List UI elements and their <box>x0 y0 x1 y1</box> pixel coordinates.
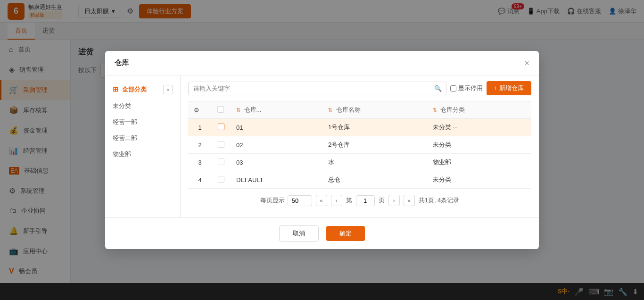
table-panel: 🔍 显示停用 + 新增仓库 ⚙ <box>181 75 539 217</box>
cell-category: 未分类 <box>427 171 532 189</box>
sort-icon-code: ⇅ <box>236 107 240 113</box>
th-check <box>212 101 231 119</box>
cell-category: 未分类 <box>427 136 532 154</box>
table-row[interactable]: 3 03 水 物业部 <box>188 154 531 171</box>
sort-icon-name: ⇅ <box>328 107 332 113</box>
cell-index: 2 <box>188 136 212 154</box>
last-page-btn[interactable]: » <box>404 195 415 206</box>
row-checkbox[interactable] <box>218 176 224 183</box>
page-size-area: 每页显示 50 10 20 100 <box>260 195 312 206</box>
category-item-operations2[interactable]: 经营二部 <box>105 130 180 146</box>
th-name[interactable]: ⇅ 仓库名称 <box>322 101 427 119</box>
add-warehouse-btn[interactable]: + 新增仓库 <box>487 81 531 95</box>
th-category[interactable]: ⇅ 仓库分类 <box>427 101 532 119</box>
cell-code: DEFAULT <box>231 171 322 189</box>
search-wrapper: 🔍 <box>188 82 446 95</box>
grid-icon: ⊞ <box>113 85 118 93</box>
cell-index: 3 <box>188 154 212 171</box>
cell-code: 01 <box>231 119 322 136</box>
cell-index: 4 <box>188 171 212 189</box>
cell-check[interactable] <box>212 136 231 154</box>
modal-overlay: 仓库 × ⊞ 全部分类 « 未分类 经营一部 经营二部 物业部 <box>0 0 644 300</box>
warehouse-table: ⚙ ⇅ 仓库... ⇅ 仓库名称 <box>188 101 531 189</box>
cell-category: 物业部 <box>427 154 532 171</box>
search-icon[interactable]: 🔍 <box>434 85 442 92</box>
cell-check[interactable] <box>212 119 231 136</box>
category-panel: ⊞ 全部分类 « 未分类 经营一部 经营二部 物业部 <box>105 75 181 217</box>
search-input[interactable] <box>188 82 446 95</box>
cell-name: 1号仓库 <box>322 119 427 136</box>
category-item-unclassified[interactable]: 未分类 <box>105 98 180 114</box>
next-page-btn[interactable]: › <box>388 195 400 206</box>
warehouse-modal: 仓库 × ⊞ 全部分类 « 未分类 经营一部 经营二部 物业部 <box>105 51 539 249</box>
pagination: 每页显示 50 10 20 100 « ‹ 第 页 › » <box>188 189 531 212</box>
sort-icon-category: ⇅ <box>433 107 437 113</box>
modal-footer: 取消 确定 <box>105 217 539 249</box>
page-label: 第 <box>346 196 352 205</box>
cell-name: 水 <box>322 154 427 171</box>
th-code[interactable]: ⇅ 仓库... <box>231 101 322 119</box>
modal-header: 仓库 × <box>105 51 539 75</box>
category-all[interactable]: ⊞ 全部分类 « <box>105 81 180 98</box>
prev-page-btn[interactable]: ‹ <box>331 195 342 206</box>
category-item-operations1[interactable]: 经营一部 <box>105 114 180 130</box>
select-all-checkbox[interactable] <box>217 106 224 113</box>
table-row[interactable]: 1 01 1号仓库 未分类 ··· <box>188 119 531 136</box>
page-input[interactable] <box>356 195 375 206</box>
cell-check[interactable] <box>212 154 231 171</box>
cell-code: 02 <box>231 136 322 154</box>
cell-code: 03 <box>231 154 322 171</box>
show-disabled-label[interactable]: 显示停用 <box>450 84 483 92</box>
modal-close-btn[interactable]: × <box>524 59 529 67</box>
table-row[interactable]: 2 02 2号仓库 未分类 <box>188 136 531 154</box>
collapse-icon: « <box>166 87 169 92</box>
first-page-btn[interactable]: « <box>316 195 327 206</box>
cell-name: 2号仓库 <box>322 136 427 154</box>
modal-title: 仓库 <box>115 58 129 67</box>
th-settings: ⚙ <box>188 101 212 119</box>
category-all-label: 全部分类 <box>122 86 147 93</box>
show-disabled-checkbox[interactable] <box>450 85 456 92</box>
page-suffix: 页 <box>379 196 385 205</box>
cell-check[interactable] <box>212 171 231 189</box>
cancel-btn[interactable]: 取消 <box>279 225 319 242</box>
show-disabled-text: 显示停用 <box>458 84 483 92</box>
row-more-icon[interactable]: ··· <box>453 124 458 131</box>
category-collapse-btn[interactable]: « <box>163 85 173 94</box>
page-summary: 共1页, 4条记录 <box>419 196 460 205</box>
row-checkbox[interactable] <box>218 158 224 165</box>
row-checkbox[interactable] <box>218 141 224 148</box>
table-toolbar: 🔍 显示停用 + 新增仓库 <box>188 81 531 95</box>
per-page-label: 每页显示 <box>260 196 285 205</box>
modal-body: ⊞ 全部分类 « 未分类 经营一部 经营二部 物业部 <box>105 75 539 217</box>
cell-category: 未分类 ··· <box>427 119 532 136</box>
per-page-select[interactable]: 50 10 20 100 <box>288 195 312 206</box>
category-item-property[interactable]: 物业部 <box>105 146 180 162</box>
confirm-btn[interactable]: 确定 <box>326 226 365 241</box>
cell-index: 1 <box>188 119 212 136</box>
table-row[interactable]: 4 DEFAULT 总仓 未分类 <box>188 171 531 189</box>
row-checkbox[interactable] <box>218 124 224 130</box>
cell-name: 总仓 <box>322 171 427 189</box>
